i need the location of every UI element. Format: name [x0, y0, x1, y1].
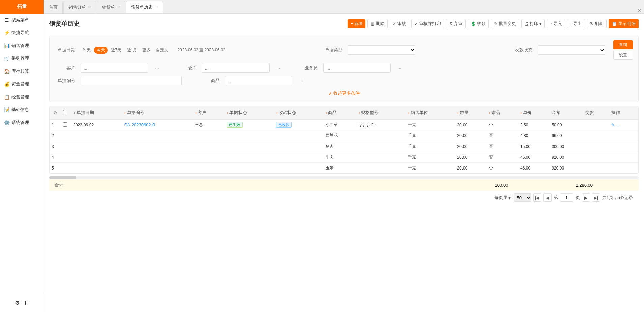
settings-bottom-icon[interactable]: ⚙: [15, 300, 20, 306]
product-dots[interactable]: ···: [299, 78, 303, 83]
col-unit-price[interactable]: ↕ 单价: [518, 106, 550, 120]
table-row: 3 猪肉 千克 20.00 否 15.00 300.00: [50, 141, 638, 152]
audit-print-button[interactable]: ✓ 审核并打印: [411, 19, 444, 28]
cell-checkbox[interactable]: [61, 152, 71, 163]
cell-transaction: [583, 130, 610, 141]
salesperson-dots[interactable]: ···: [397, 65, 401, 71]
table-scroll[interactable]: ⚙ ↕ 单据日期 ↕ 单据编号: [50, 106, 638, 173]
sidebar-item-sys-mgmt[interactable]: ⚙️ 系统管理: [0, 116, 44, 129]
tab-sales-delivery[interactable]: 销货单 ✕: [97, 1, 125, 13]
display-details-icon: 📋: [612, 21, 617, 26]
date-shortcut-more[interactable]: 更多: [140, 47, 152, 54]
cell-spec-type: [357, 141, 406, 152]
col-sales-unit[interactable]: ↕ 销售单位: [406, 106, 455, 120]
finance-icon: 💰: [4, 81, 9, 87]
delete-button[interactable]: 🗑 删除: [367, 19, 388, 28]
prev-page-button[interactable]: ◀: [543, 193, 552, 202]
scroll-indicator[interactable]: [49, 176, 639, 179]
cell-sales-unit: 千克: [406, 120, 455, 130]
tab-sales-history-close[interactable]: ✕: [155, 5, 158, 9]
cell-doc-no[interactable]: [122, 141, 193, 152]
cell-checkbox[interactable]: [61, 141, 71, 152]
refresh-button[interactable]: ↻ 刷新: [587, 19, 607, 28]
sidebar-item-inventory[interactable]: 🏠 库存核算: [0, 65, 44, 78]
tab-home[interactable]: 首页: [44, 1, 63, 13]
cell-customer: [193, 163, 224, 174]
col-doc-no[interactable]: ↕ 单据编号: [122, 106, 193, 120]
next-page-button[interactable]: ▶: [582, 193, 590, 202]
col-doc-status[interactable]: ↕ 单据状态: [225, 106, 274, 120]
last-page-button[interactable]: ▶|: [592, 193, 600, 202]
new-button[interactable]: + 新增: [348, 19, 365, 28]
tab-sales-order[interactable]: 销售订单 ✕: [63, 1, 96, 13]
col-product[interactable]: ↕ 商品: [324, 106, 357, 120]
doc-type-select[interactable]: [348, 45, 415, 55]
sidebar-item-quick-nav[interactable]: ⚡ 快捷导航: [0, 26, 44, 39]
date-shortcut-7days[interactable]: 近7天: [109, 47, 123, 54]
payment-status-select[interactable]: [538, 45, 605, 55]
tab-bar-close-all[interactable]: ✕: [638, 8, 641, 13]
abandon-icon: ✗: [449, 21, 453, 26]
collapse-label: 收起更多条件: [333, 90, 360, 96]
page-input[interactable]: [560, 193, 573, 202]
first-page-button[interactable]: |◀: [533, 193, 541, 202]
table-settings-icon[interactable]: ⚙: [52, 109, 59, 116]
col-gift[interactable]: ↕ 赠品: [487, 106, 518, 120]
col-spec-type[interactable]: ↕ 规格型号: [357, 106, 406, 120]
cell-doc-status: [225, 141, 274, 152]
col-payment-status[interactable]: ↕ 收款状态: [274, 106, 323, 120]
customer-input[interactable]: [81, 63, 148, 73]
batch-change-button[interactable]: ✎ 批量变更: [491, 19, 519, 28]
date-shortcut-1month[interactable]: 近1月: [125, 47, 139, 54]
sidebar-item-label: 采购管理: [11, 55, 29, 61]
abandon-button[interactable]: ✗ 弃审: [446, 19, 466, 28]
audit-button[interactable]: ✓ 审核: [390, 19, 409, 28]
cell-doc-no[interactable]: [122, 152, 193, 163]
col-customer[interactable]: ↕ 客户: [193, 106, 224, 120]
product-input[interactable]: [225, 76, 292, 85]
print-button[interactable]: 🖨 打印 ▾: [521, 19, 545, 28]
import-button[interactable]: ↑ 导入: [547, 19, 565, 28]
select-all-checkbox[interactable]: [63, 110, 67, 114]
collapse-button[interactable]: ∧ 收起更多条件: [55, 89, 633, 98]
pause-bottom-icon[interactable]: ⏸: [24, 300, 29, 306]
customer-dots[interactable]: ···: [155, 65, 159, 71]
cell-doc-no[interactable]: SA-20230602-0: [122, 120, 193, 130]
sidebar-item-purchase-mgmt[interactable]: 🛒 采购管理: [0, 52, 44, 65]
col-settings[interactable]: ⚙: [50, 106, 61, 120]
import-icon: ↑: [550, 21, 552, 26]
page-title: 销货单历史: [49, 20, 80, 28]
display-details-button[interactable]: 📋 显示明细: [609, 19, 639, 28]
tab-sales-history[interactable]: 销货单历史 ✕: [126, 1, 163, 13]
cell-row-num: 1: [50, 120, 61, 130]
doc-no-input[interactable]: [81, 76, 182, 85]
collect-button[interactable]: 💲 收款: [468, 19, 489, 28]
tab-sales-order-close[interactable]: ✕: [88, 5, 91, 9]
col-checkbox[interactable]: [61, 106, 71, 120]
date-shortcut-custom[interactable]: 自定义: [154, 47, 170, 54]
col-doc-date[interactable]: ↕ 单据日期: [71, 106, 122, 120]
cell-sales-unit: 千克: [406, 163, 455, 174]
sidebar-item-basic-info[interactable]: 📝 基础信息: [0, 103, 44, 116]
cell-checkbox[interactable]: [61, 120, 71, 130]
col-quantity[interactable]: ↕ 数量: [455, 106, 486, 120]
sidebar-item-ops-mgmt[interactable]: 📋 经营管理: [0, 90, 44, 103]
query-button[interactable]: 查询: [613, 40, 633, 49]
settings-button[interactable]: 设置: [613, 51, 633, 60]
warehouse-dots[interactable]: ···: [276, 65, 280, 71]
sidebar-item-finance[interactable]: 💰 资金管理: [0, 78, 44, 90]
cell-doc-date: [71, 141, 122, 152]
salesperson-input[interactable]: [323, 63, 391, 73]
sidebar-item-search-menu[interactable]: ☰ 搜索菜单: [0, 14, 44, 26]
export-button[interactable]: ↓ 导出: [567, 19, 585, 28]
cell-checkbox[interactable]: [61, 163, 71, 174]
date-shortcut-yesterday[interactable]: 昨天: [81, 47, 93, 54]
cell-doc-no[interactable]: [122, 163, 193, 174]
cell-doc-no[interactable]: [122, 130, 193, 141]
warehouse-input[interactable]: [202, 63, 270, 73]
per-page-select[interactable]: 50 100: [514, 193, 531, 202]
date-shortcut-today[interactable]: 今天: [94, 47, 108, 54]
sidebar-item-sales-mgmt[interactable]: 📊 销售管理: [0, 39, 44, 52]
tab-sales-delivery-close[interactable]: ✕: [117, 5, 120, 9]
cell-checkbox[interactable]: [61, 130, 71, 141]
